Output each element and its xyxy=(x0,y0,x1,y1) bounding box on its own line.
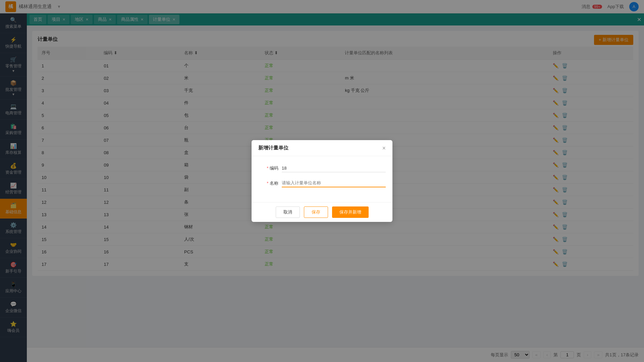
cancel-button[interactable]: 取消 xyxy=(276,206,300,218)
name-input[interactable] xyxy=(282,179,386,187)
modal-title: 新增计量单位 xyxy=(258,145,288,151)
save-button[interactable]: 保存 xyxy=(304,206,328,218)
code-label: 编码 xyxy=(258,165,278,171)
modal-overlay: 新增计量单位 × 编码 名称 取消 保存 保存并新增 xyxy=(0,0,644,362)
modal-body: 编码 名称 xyxy=(252,156,392,202)
add-unit-modal: 新增计量单位 × 编码 名称 取消 保存 保存并新增 xyxy=(252,140,392,222)
modal-footer: 取消 保存 保存并新增 xyxy=(252,202,392,222)
code-input[interactable] xyxy=(282,164,386,172)
modal-close-button[interactable]: × xyxy=(382,145,386,151)
form-row-name: 名称 xyxy=(258,179,386,187)
form-row-code: 编码 xyxy=(258,164,386,172)
save-and-new-button[interactable]: 保存并新增 xyxy=(332,206,369,218)
name-label: 名称 xyxy=(258,180,278,186)
modal-header: 新增计量单位 × xyxy=(252,140,392,156)
